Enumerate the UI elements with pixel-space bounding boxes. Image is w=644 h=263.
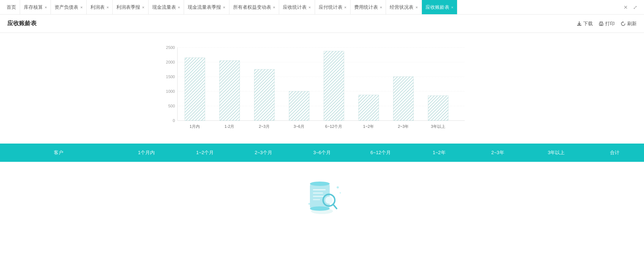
tab-cashflow-quarterly[interactable]: 现金流量表季报× [184, 0, 229, 15]
bar-3-6月 [289, 91, 309, 121]
svg-text:3年以上: 3年以上 [431, 124, 445, 129]
tab-equity-changes[interactable]: 所有者权益变动表× [229, 0, 279, 15]
chart-area: 0 500 1000 1500 2000 2500 1月内 1-2月 [0, 33, 644, 144]
bar-chart-svg: 0 500 1000 1500 2000 2500 1月内 1-2月 [157, 40, 472, 139]
svg-text:1000: 1000 [166, 89, 175, 94]
header-actions: 下载 打印 刷新 [577, 20, 637, 27]
tab-close-profit-loss[interactable]: × [106, 5, 109, 9]
main-content: 0 500 1000 1500 2000 2500 1月内 1-2月 [0, 33, 644, 263]
table-header-cell-8: 3年以上 [527, 149, 585, 156]
svg-text:2~3月: 2~3月 [259, 124, 270, 129]
tab-operations[interactable]: 经营状况表× [386, 0, 422, 15]
table-header-cell-0: 客户 [0, 149, 117, 156]
tab-close-ap-stats[interactable]: × [344, 5, 347, 9]
page-header: 应收账龄表 下载 打印 刷新 [0, 15, 644, 33]
table-header: 客户1个月内1~2个月2~3个月3~6个月6~12个月1~2年2~3年3年以上合… [0, 144, 644, 162]
svg-text:1月内: 1月内 [190, 124, 200, 129]
table-header-cell-2: 1~2个月 [176, 149, 234, 156]
svg-text:6~12个月: 6~12个月 [325, 124, 342, 129]
table-header-cell-4: 3~6个月 [293, 149, 351, 156]
svg-point-36 [310, 206, 330, 211]
svg-point-34 [325, 197, 333, 204]
tab-close-ar-aging[interactable]: × [451, 5, 453, 9]
bar-3年以上 [428, 96, 448, 121]
svg-rect-0 [577, 25, 581, 26]
table-header-cell-6: 1~2年 [410, 149, 468, 156]
tab-cashflow[interactable]: 现金流量表× [149, 0, 184, 15]
svg-text:3~6月: 3~6月 [293, 124, 304, 129]
svg-point-38 [340, 192, 341, 194]
refresh-icon [621, 21, 626, 26]
tab-close-cashflow[interactable]: × [178, 5, 180, 9]
download-icon [577, 21, 582, 26]
refresh-button[interactable]: 刷新 [621, 20, 637, 27]
tab-close-operations[interactable]: × [415, 5, 418, 9]
bar-6-12月 [324, 51, 344, 121]
tab-ap-stats[interactable]: 应付统计表× [315, 0, 351, 15]
svg-rect-3 [600, 24, 602, 25]
tab-close-equity-changes[interactable]: × [273, 5, 275, 9]
svg-text:1-2月: 1-2月 [225, 124, 235, 129]
download-label: 下载 [583, 20, 593, 27]
svg-text:500: 500 [168, 104, 175, 108]
svg-rect-2 [600, 22, 602, 23]
close-window-button[interactable]: ✕ [623, 4, 629, 10]
page-title: 应收账龄表 [7, 20, 37, 27]
tab-home[interactable]: 首页 [3, 0, 20, 15]
tab-close-ar-stats[interactable]: × [308, 5, 311, 9]
window-controls: ✕ ⤢ [623, 4, 641, 10]
tab-balance-sheet[interactable]: 资产负债表× [51, 0, 86, 15]
tab-close-cashflow-quarterly[interactable]: × [223, 5, 225, 9]
svg-point-39 [308, 203, 310, 205]
svg-line-35 [333, 204, 337, 209]
tab-close-expense-stats[interactable]: × [380, 5, 382, 9]
bar-2-3年 [393, 77, 413, 121]
svg-rect-31 [313, 199, 320, 200]
svg-text:2000: 2000 [166, 60, 175, 64]
tab-profit-quarterly[interactable]: 利润表季报× [113, 0, 148, 15]
table-header-cell-5: 6~12个月 [351, 149, 410, 156]
svg-text:1500: 1500 [166, 75, 175, 79]
table-header-cell-7: 2~3年 [468, 149, 527, 156]
svg-rect-29 [313, 193, 323, 194]
table-header-cell-9: 合计 [585, 149, 644, 156]
empty-state-icon [302, 176, 342, 217]
svg-text:1~2年: 1~2年 [363, 124, 374, 129]
svg-point-32 [310, 182, 330, 186]
empty-state [0, 162, 644, 231]
bar-1月内 [185, 58, 205, 121]
bar-2-3月 [254, 69, 274, 121]
maximize-window-button[interactable]: ⤢ [632, 4, 638, 10]
tab-close-profit-quarterly[interactable]: × [142, 5, 144, 9]
tab-close-inventory[interactable]: × [45, 5, 47, 9]
print-icon [599, 21, 604, 26]
refresh-label: 刷新 [627, 20, 637, 27]
top-nav: 首页库存核算×资产负债表×利润表×利润表季报×现金流量表×现金流量表季报×所有者… [0, 0, 644, 15]
tab-ar-aging[interactable]: 应收账龄表× [422, 0, 457, 15]
svg-point-37 [337, 186, 339, 188]
print-button[interactable]: 打印 [599, 20, 615, 27]
svg-rect-28 [313, 189, 326, 190]
tab-close-balance-sheet[interactable]: × [80, 5, 82, 9]
download-button[interactable]: 下载 [577, 20, 593, 27]
svg-text:2~3年: 2~3年 [398, 124, 409, 129]
table-header-cell-1: 1个月内 [117, 149, 176, 156]
svg-text:0: 0 [173, 118, 175, 123]
svg-rect-30 [313, 196, 325, 197]
tab-inventory[interactable]: 库存核算× [20, 0, 51, 15]
tab-ar-stats[interactable]: 应收统计表× [279, 0, 315, 15]
bar-1-2年 [359, 95, 379, 121]
bar-1-2月 [220, 61, 240, 121]
print-label: 打印 [605, 20, 615, 27]
tab-profit-loss[interactable]: 利润表× [87, 0, 113, 15]
tab-expense-stats[interactable]: 费用统计表× [351, 0, 386, 15]
svg-text:2500: 2500 [166, 45, 175, 50]
table-header-cell-3: 2~3个月 [234, 149, 293, 156]
chart-container: 0 500 1000 1500 2000 2500 1月内 1-2月 [157, 40, 487, 140]
